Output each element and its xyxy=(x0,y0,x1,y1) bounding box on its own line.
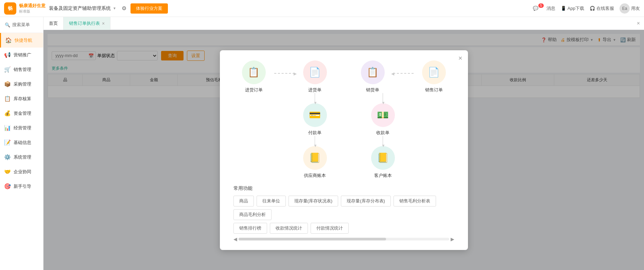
user-avatar: Ea xyxy=(620,3,630,14)
purchase-cluster: 📋 进货订单 ▶ xyxy=(233,60,335,93)
common-title: 常用功能 xyxy=(233,185,454,192)
sidebar-item-quick-nav[interactable]: 🏠 快捷导航 xyxy=(0,33,43,48)
search-menu-btn[interactable]: 🔍 搜索菜单 xyxy=(3,20,40,29)
payment-circle[interactable]: 💳 xyxy=(303,103,327,127)
message-item[interactable]: 💬 5 消息 xyxy=(533,5,555,12)
purchase-icon: 📦 xyxy=(4,81,11,87)
flow-section: 📋 进货订单 ▶ xyxy=(233,60,454,179)
modal-close-btn[interactable]: × xyxy=(458,54,463,62)
phone-icon: 📱 xyxy=(561,6,566,11)
sidebar-label-guide: 新手引导 xyxy=(14,183,31,190)
sidebar-item-marketing[interactable]: 📢 营销推广 xyxy=(0,48,43,62)
online-service-item[interactable]: 🎧 在线客服 xyxy=(590,5,614,12)
system-title-text: 装备及固定资产辅助管理系统 xyxy=(49,5,111,12)
func-btn-payment-stats[interactable]: 付款情况统计 xyxy=(311,223,349,234)
sales-bill-node[interactable]: 📋 销货单 xyxy=(352,60,393,93)
common-functions: 常用功能 商品 往来单位 现存量(库存状况表) 现存量(库存分布表) 销售毛利分… xyxy=(233,185,454,234)
sidebar-label-operation: 经营管理 xyxy=(14,125,31,131)
home-icon: 🏠 xyxy=(5,37,12,43)
sidebar-label-finance: 资金管理 xyxy=(14,110,31,116)
sidebar-label-inventory: 库存核算 xyxy=(14,96,31,102)
purchase-order-label: 进货订单 xyxy=(245,87,263,93)
func-btn-partner[interactable]: 往来单位 xyxy=(257,196,286,206)
content-area: 首页 销售订单执行表 × × ❓ 帮助 🖨 按模板打印 xyxy=(43,17,644,270)
tab-close-all-btn[interactable]: × xyxy=(633,20,644,26)
customer-account-node[interactable]: 📒 客户账本 xyxy=(363,146,403,179)
func-btns-row2: 销售排行榜 收款情况统计 付款情况统计 xyxy=(233,223,454,234)
purchase-bill-circle[interactable]: 📄 xyxy=(303,60,327,84)
sidebar-item-basic[interactable]: 📝 基础信息 xyxy=(0,135,43,150)
user-item[interactable]: Ea 用友 xyxy=(620,3,640,14)
receipt-circle[interactable]: 💵 xyxy=(371,103,395,127)
func-btn-goods[interactable]: 商品 xyxy=(233,196,254,206)
message-icon: 💬 xyxy=(533,6,538,11)
sidebar-label-purchase: 采购管理 xyxy=(14,81,31,87)
supplier-account-node[interactable]: 📒 供应商账本 xyxy=(295,146,335,179)
app-download-item[interactable]: 📱 App下载 xyxy=(561,5,584,12)
sidebar-item-enterprise[interactable]: 🤝 企业协同 xyxy=(0,164,43,179)
scroll-left-btn[interactable]: ◀ xyxy=(233,236,237,242)
customer-account-circle[interactable]: 📒 xyxy=(371,146,395,170)
purchase-bill-arrow-down: ▼ xyxy=(295,93,335,103)
page-content: ❓ 帮助 🖨 按模板打印 ▼ ⬆ 导出 ▼ 🔄 xyxy=(43,30,644,270)
purchase-arrow: ▶ xyxy=(274,73,295,80)
sidebar-item-guide[interactable]: 🎯 新手引导 xyxy=(0,179,43,194)
sidebar-item-purchase[interactable]: 📦 采购管理 xyxy=(0,77,43,91)
flow-row-1: 📋 进货订单 ▶ xyxy=(233,60,454,93)
func-btn-goods-margin[interactable]: 商品毛利分析 xyxy=(233,209,272,220)
sidebar-label-system: 系统管理 xyxy=(14,154,31,160)
receipt-node[interactable]: 💵 收款单 xyxy=(363,103,403,136)
sidebar-item-finance[interactable]: 💰 资金管理 xyxy=(0,106,43,121)
sidebar-item-sales[interactable]: 🛒 销售管理 xyxy=(0,62,43,77)
modal-overlay: × 📋 进 xyxy=(43,30,644,270)
enterprise-icon: 🤝 xyxy=(4,168,11,175)
supplier-account-circle[interactable]: 📒 xyxy=(303,146,327,170)
search-menu-label: 搜索菜单 xyxy=(12,22,30,28)
sales-order-circle[interactable]: 📄 xyxy=(422,60,446,84)
spacer-v2-2 xyxy=(274,136,295,146)
tab-close-btn[interactable]: × xyxy=(102,17,105,30)
gear-icon[interactable]: ⚙ xyxy=(121,5,127,12)
try-btn[interactable]: 体验行业方案 xyxy=(130,3,168,14)
tab-bar: 首页 销售订单执行表 × × xyxy=(43,17,644,30)
spacer-2 xyxy=(274,93,295,103)
sales-arrow: ◀ xyxy=(393,73,414,80)
purchase-bill-node[interactable]: 📄 进货单 xyxy=(295,60,335,93)
tab-home[interactable]: 首页 xyxy=(43,17,64,30)
sales-order-node[interactable]: 📄 销售订单 xyxy=(414,60,454,93)
sidebar-search[interactable]: 🔍 搜索菜单 xyxy=(0,17,43,33)
sales-icon: 🛒 xyxy=(4,66,11,73)
sales-bill-arrow-down: ▼ xyxy=(363,93,403,103)
sales-bill-circle[interactable]: 📋 xyxy=(361,60,385,84)
sidebar: 🔍 搜索菜单 🏠 快捷导航 📢 营销推广 🛒 销售管理 📦 采购管理 xyxy=(0,17,43,270)
logo-line2: 标准版 xyxy=(19,9,46,14)
sidebar-item-operation[interactable]: 📊 经营管理 xyxy=(0,121,43,135)
sidebar-item-system[interactable]: ⚙️ 系统管理 xyxy=(0,150,43,164)
payment-node[interactable]: 💳 付款单 xyxy=(295,103,335,136)
sidebar-item-inventory[interactable]: 📋 库存核算 xyxy=(0,91,43,106)
purchase-order-node[interactable]: 📋 进货订单 xyxy=(233,60,274,93)
tab-sales-order[interactable]: 销售订单执行表 × xyxy=(64,17,110,30)
sales-bill-label: 销货单 xyxy=(366,87,379,93)
func-btn-sales-margin[interactable]: 销售毛利分析表 xyxy=(394,196,436,206)
message-badge: 5 xyxy=(538,3,544,8)
func-btn-stock-status[interactable]: 现存量(库存状况表) xyxy=(289,196,338,206)
scroll-thumb[interactable] xyxy=(239,238,386,240)
logo-area: 畅 畅康通好生意 标准版 xyxy=(4,2,46,15)
sales-order-label: 销售订单 xyxy=(425,87,443,93)
system-dropdown-arrow[interactable]: ▼ xyxy=(113,6,116,10)
customer-account-label: 客户账本 xyxy=(374,173,392,179)
spacer-1 xyxy=(233,93,274,103)
func-btn-stock-dist[interactable]: 现存量(库存分布表) xyxy=(341,196,391,206)
sidebar-label-sales: 销售管理 xyxy=(14,67,31,73)
scroll-track[interactable] xyxy=(239,238,449,240)
user-name: 用友 xyxy=(631,5,640,12)
receipt-arrow-down: ▼ xyxy=(363,136,403,146)
func-btn-sales-rank[interactable]: 销售排行榜 xyxy=(233,223,267,234)
modal: × 📋 进 xyxy=(220,50,468,250)
inventory-icon: 📋 xyxy=(4,95,11,102)
func-btn-receipt-stats[interactable]: 收款情况统计 xyxy=(270,223,308,234)
scroll-right-btn[interactable]: ▶ xyxy=(451,236,454,242)
purchase-order-circle[interactable]: 📋 xyxy=(242,60,266,84)
flow-arrows-v: ▼ ▼ xyxy=(233,93,454,103)
